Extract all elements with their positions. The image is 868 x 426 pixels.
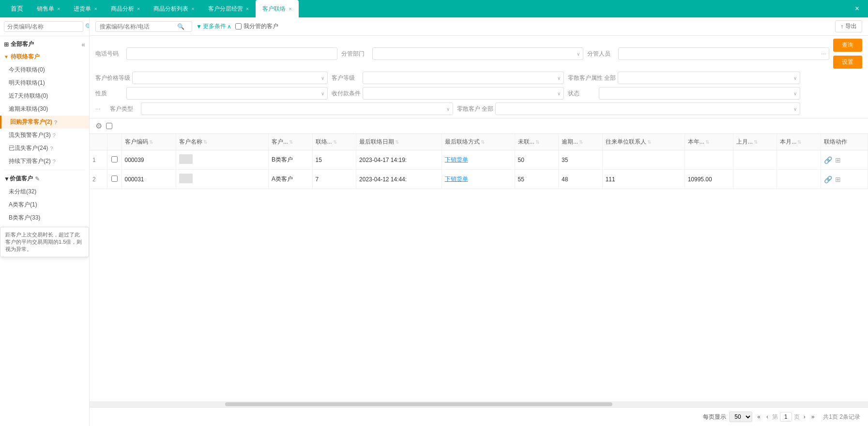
search-bar-icon[interactable]: 🔍: [177, 23, 184, 30]
horizontal-scrollbar[interactable]: [90, 401, 868, 407]
th-this-month: 本月...⇅: [777, 134, 821, 150]
scatter-attr-caret-icon: ∨: [793, 75, 797, 81]
table-toolbar: ⚙: [90, 118, 868, 134]
last-page-btn[interactable]: »: [809, 412, 817, 421]
status-label: 状态: [568, 89, 597, 98]
per-page-select[interactable]: 50: [729, 411, 752, 422]
customer-grade-caret-icon: ∨: [557, 75, 561, 81]
scroll-thumb[interactable]: [225, 402, 612, 406]
scatter-customer-select[interactable]: ∨: [495, 103, 800, 115]
sort-no-contact-icon: ⇅: [535, 139, 539, 145]
nav-product-analysis-list[interactable]: 商品分析列表 ×: [147, 0, 201, 17]
sidebar-item-7days[interactable]: 近7天待联络(0): [0, 89, 89, 103]
price-grade-select[interactable]: ∨: [132, 72, 328, 84]
sidebar-item-lost-pre[interactable]: 流失预警客户(3) ?: [0, 129, 89, 142]
pending-group[interactable]: ▼ 待联络客户: [0, 50, 89, 63]
sidebar-item-repeat-buy[interactable]: 回购异常客户(2) ?: [0, 116, 89, 129]
page-label: 第: [772, 413, 778, 421]
row2-link-icon[interactable]: 🔗: [824, 176, 832, 183]
my-customers-checkbox[interactable]: [235, 23, 242, 29]
row2-grid-icon[interactable]: ⊞: [835, 176, 841, 183]
more-conditions-btn[interactable]: ▼ 更多条件 ∧: [196, 22, 231, 30]
status-select[interactable]: ∨: [599, 87, 800, 100]
field-scatter-attr: 零散客户属性 全部 ∨: [568, 72, 800, 84]
row1-last-method-link[interactable]: 下销货单: [445, 156, 468, 163]
th-checkbox: [107, 134, 122, 150]
row2-this-month: [777, 170, 821, 189]
nav-home[interactable]: 首页: [4, 4, 30, 13]
settings-btn[interactable]: 设置: [833, 56, 862, 69]
row2-last-method-link[interactable]: 下销货单: [445, 176, 468, 182]
row2-last-method: 下销货单: [442, 170, 515, 189]
nature-label: 性质: [95, 89, 124, 98]
row1-link-icon[interactable]: 🔗: [824, 156, 832, 164]
nav-customer-tier[interactable]: 客户分层经营 ×: [201, 0, 256, 17]
sort-last-date-icon: ⇅: [395, 139, 399, 145]
more-dots[interactable]: ···: [95, 105, 100, 112]
row2-last-date: 2023-04-12 14:44:: [356, 170, 442, 189]
nav-product-analysis[interactable]: 商品分析 ×: [104, 0, 147, 17]
customer-type-select[interactable]: ∨: [141, 103, 453, 115]
nav-sales[interactable]: 销售单 ×: [30, 0, 67, 17]
sidebar-item-already-lost[interactable]: 已流失客户(24) ?: [0, 142, 89, 155]
close-product-list-icon[interactable]: ×: [191, 6, 194, 12]
customer-grade-select[interactable]: ∨: [363, 72, 564, 84]
close-all-btn[interactable]: ×: [850, 4, 864, 13]
nav-customer-contact[interactable]: 客户联络 ×: [256, 0, 298, 17]
declining-help-icon: ?: [53, 159, 56, 164]
close-purchase-icon[interactable]: ×: [94, 6, 97, 12]
sidebar-item-overdue[interactable]: 逾期未联络(30): [0, 103, 89, 116]
field-nature: 性质 ∨: [95, 87, 328, 100]
nav-purchase[interactable]: 进货单 ×: [67, 0, 104, 17]
prev-page-btn[interactable]: ‹: [764, 412, 770, 421]
row1-select-checkbox[interactable]: [111, 156, 118, 162]
payment-select[interactable]: ∨: [363, 87, 564, 100]
collapse-sidebar-btn[interactable]: «: [81, 41, 85, 48]
next-page-btn[interactable]: ›: [802, 412, 807, 421]
dept-select[interactable]: ∨: [372, 47, 583, 60]
close-customer-contact-icon[interactable]: ×: [289, 6, 291, 12]
query-btn[interactable]: 查询: [833, 39, 862, 52]
sidebar-item-declining[interactable]: 持续下滑客户(2) ?: [0, 155, 89, 168]
person-select[interactable]: ···: [618, 47, 829, 60]
status-caret-icon: ∨: [793, 91, 797, 96]
person-label: 分管人员: [587, 50, 616, 58]
row1-code: 000039: [122, 150, 176, 170]
sidebar-item-today[interactable]: 今天待联络(0): [0, 63, 89, 76]
nature-select[interactable]: ∨: [126, 87, 328, 100]
close-sales-icon[interactable]: ×: [57, 6, 60, 12]
table-select-all-checkbox[interactable]: [106, 123, 112, 129]
search-input[interactable]: [100, 23, 177, 30]
phone-input[interactable]: [126, 47, 337, 60]
close-customer-tier-icon[interactable]: ×: [246, 6, 249, 12]
row1-checkbox: [107, 150, 122, 170]
value-edit-icon[interactable]: ✎: [35, 176, 40, 182]
more-caret-icon: ∧: [227, 23, 231, 30]
row1-last-method: 下销货单: [442, 150, 515, 170]
sort-name-icon: ⇅: [203, 139, 207, 145]
table-gear-icon[interactable]: ⚙: [95, 121, 102, 131]
row2-select-checkbox[interactable]: [111, 176, 118, 182]
pagination-bar: 每页显示 50 « ‹ 第 1 页 › » 共1页 2条记录: [90, 407, 868, 426]
row2-overdue: 48: [559, 170, 603, 189]
advanced-filter: 电话号码 分管部门 ∨ 分管人员 ··· 查询 设置: [90, 36, 868, 118]
th-type: 客户...⇅: [268, 134, 312, 150]
sidebar-search-icon[interactable]: 🔍: [85, 23, 90, 30]
sidebar-search-input[interactable]: [4, 21, 83, 32]
current-page-input[interactable]: 1: [780, 412, 792, 422]
row2-no-contact: 55: [515, 170, 559, 189]
close-product-analysis-icon[interactable]: ×: [137, 6, 140, 12]
row1-grid-icon[interactable]: ⊞: [835, 156, 841, 164]
field-phone: 电话号码: [95, 47, 337, 60]
value-group-title[interactable]: ▼ 价值客户 ✎: [0, 172, 89, 185]
first-page-btn[interactable]: «: [755, 412, 762, 421]
field-status: 状态 ∨: [568, 87, 800, 100]
sidebar-item-b-class[interactable]: B类客户(33): [0, 211, 89, 224]
scatter-attr-select[interactable]: ∨: [618, 72, 800, 84]
export-btn[interactable]: ↑ 导出: [835, 20, 862, 32]
sidebar-item-a-class[interactable]: A类客户(1): [0, 198, 89, 211]
row1-avatar: [179, 154, 193, 164]
sidebar-item-ungroup[interactable]: 未分组(32): [0, 185, 89, 198]
nature-caret-icon: ∨: [321, 91, 324, 96]
sidebar-item-tomorrow[interactable]: 明天待联络(1): [0, 76, 89, 89]
